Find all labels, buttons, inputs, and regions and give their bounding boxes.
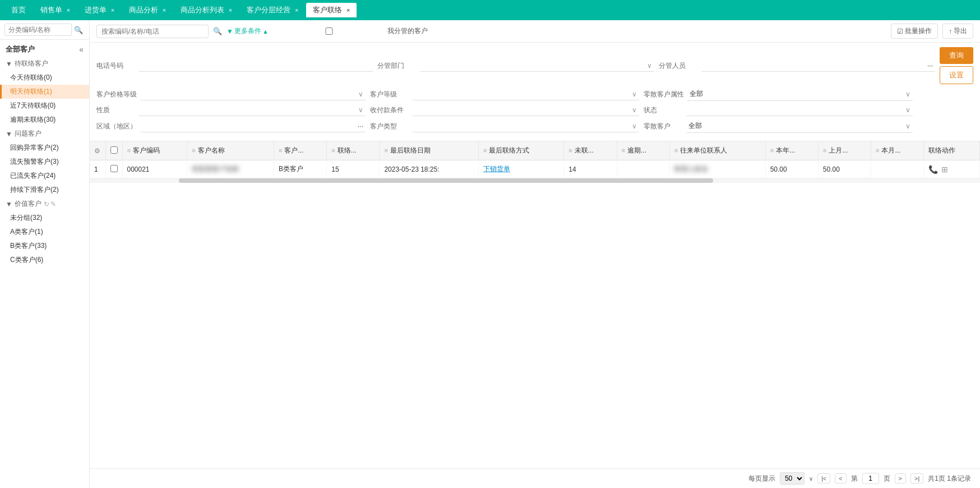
close-icon: ×: [111, 7, 114, 13]
th-unit-contact[interactable]: ≡往来单位联系人: [669, 141, 765, 160]
sidebar-all-customers[interactable]: 全部客户 «: [0, 40, 89, 57]
phone-action-icon[interactable]: 📞: [928, 165, 938, 174]
adv-filter-row-2: 客户价格等级 ∨ 客户等级 ∨ 零散客户属性 全部 ∨: [96, 88, 973, 101]
customer-level-select[interactable]: ∨: [413, 89, 639, 100]
sidebar-item-churned[interactable]: 已流失客户(24): [0, 169, 89, 183]
value-group-refresh-icon[interactable]: ↻: [44, 200, 49, 208]
nav-tab-purchase[interactable]: 进货单 ×: [78, 3, 121, 17]
customer-type-select[interactable]: ∨: [413, 121, 639, 132]
th-last-month[interactable]: ≡上月...: [818, 141, 871, 160]
adv-field-payment: 收付款条件 ∨: [370, 104, 639, 116]
th-uncontacted[interactable]: ≡未联...: [564, 141, 617, 160]
value-group-edit-icon[interactable]: ✎: [50, 200, 56, 208]
price-level-select[interactable]: ∨: [140, 89, 366, 100]
sidebar-item-repurchase-abnormal[interactable]: 回购异常客户(2): [0, 141, 89, 155]
setting-button[interactable]: 设置: [940, 66, 973, 84]
filter-right-actions: ☑ 批量操作 ↑ 导出: [891, 24, 973, 39]
more-conditions-btn[interactable]: ▼ 更多条件 ▲: [226, 26, 269, 36]
th-this-year[interactable]: ≡本年...: [765, 141, 818, 160]
filter-search-icon[interactable]: 🔍: [213, 27, 222, 35]
page-prev-btn[interactable]: <: [835, 473, 846, 484]
td-overdue: [617, 160, 669, 178]
nature-select[interactable]: ∨: [139, 104, 366, 116]
sidebar-item-ungrouped[interactable]: 未分组(32): [0, 211, 89, 225]
manager-input[interactable]: ···: [701, 60, 935, 72]
horizontal-scrollbar[interactable]: [90, 178, 980, 183]
chevron-down-icon: ∨: [809, 476, 813, 482]
search-input[interactable]: [96, 25, 209, 38]
chevron-down-icon: ∨: [358, 106, 363, 114]
th-this-month[interactable]: ≡本月...: [871, 141, 924, 160]
row-checkbox[interactable]: [110, 165, 118, 172]
more-action-icon[interactable]: ⊞: [941, 165, 948, 174]
page-last-btn[interactable]: >|: [910, 473, 923, 484]
close-icon: ×: [346, 7, 350, 13]
region-label: 区域（地区）: [96, 122, 137, 131]
sidebar-collapse-icon[interactable]: «: [79, 45, 84, 54]
sidebar-search-icon[interactable]: 🔍: [74, 26, 83, 34]
nav-home[interactable]: 首页: [4, 3, 33, 17]
page-input[interactable]: [862, 473, 879, 484]
sidebar-group-problem: ▼ 问题客户: [0, 127, 89, 141]
nav-tab-sales[interactable]: 销售单 ×: [34, 3, 77, 17]
th-last-contact-method[interactable]: ≡最后联络方式: [478, 141, 563, 160]
phone-input[interactable]: [139, 60, 373, 72]
manager-label: 分管人员: [659, 61, 698, 71]
page-first-btn[interactable]: |<: [817, 473, 830, 484]
phone-label: 电话号码: [96, 61, 136, 71]
select-all-checkbox[interactable]: [110, 146, 118, 154]
sidebar-search-area: 🔍: [0, 20, 89, 40]
retail-attr-select[interactable]: 全部 ∨: [687, 88, 913, 101]
batch-op-button[interactable]: ☑ 批量操作: [891, 24, 938, 39]
nav-tab-analysis[interactable]: 商品分析 ×: [122, 3, 173, 17]
sidebar-item-declining[interactable]: 持续下滑客户(2): [0, 183, 89, 197]
nav-tab-customer-contact[interactable]: 客户联络 ×: [306, 3, 357, 17]
region-input[interactable]: ···: [140, 121, 366, 132]
sidebar-item-tomorrow[interactable]: 明天待联络(1): [0, 85, 89, 99]
th-checkbox[interactable]: [105, 141, 122, 160]
adv-field-customer-level: 客户等级 ∨: [370, 89, 639, 100]
th-settings[interactable]: ⚙: [90, 141, 105, 160]
sidebar-item-churn-warning[interactable]: 流失预警客户(3): [0, 155, 89, 169]
sidebar-item-7days[interactable]: 近7天待联络(0): [0, 99, 89, 113]
sidebar-item-class-b[interactable]: B类客户(33): [0, 239, 89, 253]
nature-label: 性质: [96, 105, 136, 115]
my-customers-check[interactable]: [273, 27, 385, 35]
td-index: 1: [90, 160, 105, 178]
status-select[interactable]: ∨: [686, 104, 913, 116]
sidebar-item-class-c[interactable]: C类客户(6): [0, 253, 89, 267]
th-name[interactable]: ≡客户名称: [187, 141, 274, 160]
dept-select[interactable]: ∨: [420, 60, 654, 72]
th-type[interactable]: ≡客户...: [274, 141, 327, 160]
th-code[interactable]: ≡客户编码: [122, 141, 187, 160]
th-contact-count[interactable]: ≡联络...: [327, 141, 380, 160]
sidebar-item-today[interactable]: 今天待联络(0): [0, 71, 89, 85]
th-last-contact-date[interactable]: ≡最后联络日期: [380, 141, 478, 160]
sidebar-search-input[interactable]: [4, 24, 72, 36]
th-overdue[interactable]: ≡逾期...: [617, 141, 669, 160]
retail-attr-label: 零散客户属性: [644, 90, 684, 99]
adv-field-nature: 性质 ∨: [96, 104, 366, 116]
my-customers-checkbox[interactable]: 我分管的客户: [273, 26, 428, 36]
close-icon: ×: [67, 7, 70, 13]
td-checkbox[interactable]: [105, 160, 122, 178]
td-uncontacted: 14: [564, 160, 617, 178]
nav-tab-customer-layer[interactable]: 客户分层经营 ×: [240, 3, 305, 17]
page-next-btn[interactable]: >: [895, 473, 906, 484]
td-last-contact-method[interactable]: 下销货单: [478, 160, 563, 178]
sidebar-item-class-a[interactable]: A类客户(1): [0, 225, 89, 239]
td-action: 📞 ⊞: [924, 160, 980, 178]
scrollbar-thumb[interactable]: [179, 178, 713, 183]
query-button[interactable]: 查询: [940, 47, 973, 64]
page-size-label: 每页显示: [748, 474, 775, 484]
table-row: 1 000021 张某某客户名称 B类客户 15 2023-05-23 18:2…: [90, 160, 980, 178]
adv-field-retail-attr: 零散客户属性 全部 ∨: [644, 88, 913, 101]
ellipsis-icon: ···: [358, 122, 363, 130]
nav-tab-analysis-list[interactable]: 商品分析列表 ×: [174, 3, 239, 17]
page-unit: 页: [884, 474, 890, 484]
sidebar-item-overdue[interactable]: 逾期未联络(30): [0, 113, 89, 127]
retail-customer-select[interactable]: 全部 ∨: [686, 119, 913, 133]
page-size-select[interactable]: 50: [780, 472, 805, 485]
export-button[interactable]: ↑ 导出: [942, 24, 973, 39]
payment-select[interactable]: ∨: [413, 104, 639, 116]
